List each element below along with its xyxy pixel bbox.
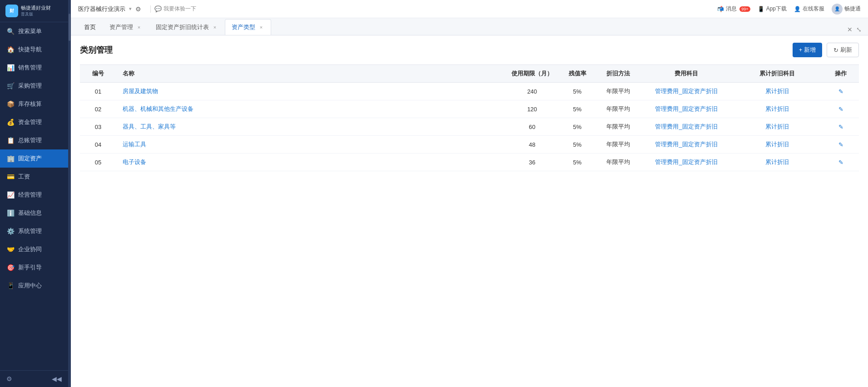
fixed-asset-icon: 🏢 [6,155,15,162]
accum-link[interactable]: 累计折旧 [765,123,789,130]
name-link[interactable]: 机器、机械和其他生产设备 [123,105,193,112]
app-download-icon: 📱 [758,6,764,12]
sidebar-item-capital[interactable]: 💰 资金管理 [0,113,68,131]
expense-link[interactable]: 管理费用_固定资产折旧 [655,141,717,148]
settings-icon[interactable]: ⚙ [6,375,12,382]
name-link[interactable]: 电子设备 [123,159,146,165]
cell-period: 60 [505,118,559,136]
collapse-icon[interactable]: ◀◀ [52,375,62,382]
close-window-icon[interactable]: ✕ [847,26,853,33]
sidebar-item-fixed-asset[interactable]: 🏢 固定资产 [0,149,68,168]
sidebar-item-guide[interactable]: 🎯 新手引导 [0,258,68,277]
cell-period: 120 [505,100,559,118]
home-icon: 🏠 [6,46,15,53]
messages-button[interactable]: 📬 消息 99+ [717,5,750,13]
accum-link[interactable]: 累计折旧 [765,159,789,165]
cell-action: ✎ [823,118,859,136]
edit-icon[interactable]: ✎ [838,124,843,130]
accum-link[interactable]: 累计折旧 [765,88,789,94]
accum-link[interactable]: 累计折旧 [765,105,789,112]
sidebar: 财 畅捷通好业财 普及版 🔍 搜索菜单 🏠 快捷导航 📊 销售管理 🛒 采购管理… [0,0,68,387]
sales-icon: 📊 [6,64,15,71]
ledger-icon: 📋 [6,137,15,144]
tab-depreciation-close[interactable]: × [212,24,218,30]
edit-icon[interactable]: ✎ [838,141,843,148]
expense-link[interactable]: 管理费用_固定资产折旧 [655,88,717,94]
sidebar-item-system[interactable]: ⚙️ 系统管理 [0,222,68,240]
home-tab-label: 首页 [84,23,96,31]
table-row: 04 运输工具 48 5% 年限平均 管理费用_固定资产折旧 累计折旧 ✎ [80,136,859,154]
edit-icon[interactable]: ✎ [838,106,843,113]
sidebar-item-basic-info[interactable]: ℹ️ 基础信息 [0,204,68,222]
table-header: 编号 名称 使用期限（月） 残值率 折旧方法 费用科目 累计折旧科目 操作 [80,65,859,83]
cell-accum: 累计折旧 [732,118,823,136]
user-avatar-button[interactable]: 👤 畅捷通 [832,4,861,15]
tabbar: 首页 资产管理 × 固定资产折旧统计表 × 资产类型 × ✕ ⤡ [71,18,868,35]
sidebar-item-sales[interactable]: 📊 销售管理 [0,59,68,77]
service-icon: 👤 [794,6,801,12]
cell-action: ✎ [823,100,859,118]
sidebar-item-app-center[interactable]: 📱 应用中心 [0,277,68,295]
col-header-accum: 累计折旧科目 [732,65,823,83]
table-row: 01 房屋及建筑物 240 5% 年限平均 管理费用_固定资产折旧 累计折旧 ✎ [80,83,859,100]
expense-link[interactable]: 管理费用_固定资产折旧 [655,105,717,112]
tip-button[interactable]: 💬 我要体验一下 [154,5,196,13]
app-download-button[interactable]: 📱 App下载 [758,5,787,13]
tip-label: 我要体验一下 [164,5,196,13]
cell-expense: 管理费用_固定资产折旧 [641,118,732,136]
cell-residual: 5% [559,136,595,154]
sidebar-item-operations[interactable]: 📈 经营管理 [0,186,68,204]
sidebar-item-enterprise[interactable]: 🤝 企业协同 [0,240,68,258]
new-button[interactable]: + 新增 [793,43,822,57]
name-link[interactable]: 器具、工具、家具等 [123,123,176,130]
sidebar-item-label: 企业协同 [18,245,42,253]
cell-name: 机器、机械和其他生产设备 [116,100,505,118]
sidebar-item-label: 工资 [18,173,30,181]
app-center-icon: 📱 [6,282,15,289]
edit-icon[interactable]: ✎ [838,88,843,95]
cell-method: 年限平均 [595,83,641,100]
sidebar-item-purchase[interactable]: 🛒 采购管理 [0,77,68,95]
user-label: 畅捷通 [844,5,861,13]
table-body: 01 房屋及建筑物 240 5% 年限平均 管理费用_固定资产折旧 累计折旧 ✎… [80,83,859,171]
module-settings-icon[interactable]: ⚙ [135,5,141,13]
cell-name: 电子设备 [116,154,505,171]
tab-asset-type[interactable]: 资产类型 × [225,19,271,35]
main-area: 医疗器械行业演示 ▾ ⚙ 💬 我要体验一下 📬 消息 99+ 📱 App下载 👤… [71,0,868,387]
sidebar-logo: 财 畅捷通好业财 普及版 [0,0,68,22]
cell-name: 器具、工具、家具等 [116,118,505,136]
cell-expense: 管理费用_固定资产折旧 [641,154,732,171]
module-dropdown-icon[interactable]: ▾ [129,6,132,12]
sidebar-item-label: 新手引导 [18,263,42,272]
edit-icon[interactable]: ✎ [838,159,843,166]
tab-asset-type-close[interactable]: × [258,24,264,30]
sidebar-item-label: 库存核算 [18,100,42,108]
sidebar-item-quick-nav[interactable]: 🏠 快捷导航 [0,40,68,59]
topbar-left: 医疗器械行业演示 ▾ ⚙ 💬 我要体验一下 [78,5,196,13]
maximize-window-icon[interactable]: ⤡ [856,26,862,33]
topbar: 医疗器械行业演示 ▾ ⚙ 💬 我要体验一下 📬 消息 99+ 📱 App下载 👤… [71,0,868,18]
online-service-button[interactable]: 👤 在线客服 [794,5,824,13]
sidebar-item-ledger[interactable]: 📋 总账管理 [0,131,68,149]
accum-link[interactable]: 累计折旧 [765,141,789,148]
tab-depreciation-stat[interactable]: 固定资产折旧统计表 × [149,19,225,35]
expense-link[interactable]: 管理费用_固定资产折旧 [655,123,717,130]
tab-home[interactable]: 首页 [77,19,103,35]
name-link[interactable]: 运输工具 [123,141,146,148]
sidebar-item-label: 销售管理 [18,64,42,72]
tab-asset-mgmt[interactable]: 资产管理 × [103,19,149,35]
enterprise-icon: 🤝 [6,246,15,253]
sidebar-item-search[interactable]: 🔍 搜索菜单 [0,22,68,40]
purchase-icon: 🛒 [6,82,15,89]
name-link[interactable]: 房屋及建筑物 [123,88,158,94]
logo-icon: 财 [5,5,18,17]
expense-link[interactable]: 管理费用_固定资产折旧 [655,159,717,165]
cell-accum: 累计折旧 [732,83,823,100]
sidebar-item-inventory[interactable]: 📦 库存核算 [0,95,68,113]
sidebar-item-label: 快捷导航 [18,45,42,54]
col-header-num: 编号 [80,65,116,83]
sidebar-item-salary[interactable]: 💳 工资 [0,168,68,186]
tab-asset-mgmt-close[interactable]: × [136,24,142,30]
refresh-button[interactable]: ↻ 刷新 [827,43,859,57]
cell-expense: 管理费用_固定资产折旧 [641,100,732,118]
